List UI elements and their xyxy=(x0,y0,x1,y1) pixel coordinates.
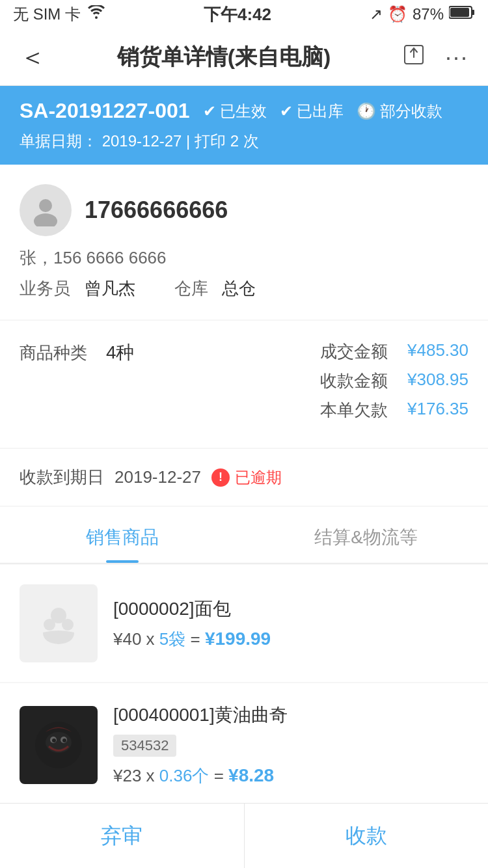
warehouse-value: 总仓 xyxy=(222,278,256,298)
product-thumbnail-2 xyxy=(20,706,98,784)
salesman-label: 业务员 xyxy=(20,278,70,298)
product-thumbnail-1 xyxy=(20,584,98,662)
more-button[interactable]: ··· xyxy=(445,44,468,71)
location-icon: ↗ xyxy=(370,5,383,23)
payment-button[interactable]: 收款 xyxy=(245,804,489,868)
due-date-value: 2019-12-27 xyxy=(115,467,201,487)
svg-point-13 xyxy=(52,739,56,742)
svg-point-8 xyxy=(62,619,74,631)
list-item: [0000002]面包 ¥40 x 5袋 = ¥199.99 xyxy=(0,565,488,682)
back-button[interactable]: ＜ xyxy=(20,39,46,75)
check-icon-1: ✔ xyxy=(203,102,216,120)
stats-right: 成交金额 ¥485.30 收款金额 ¥308.95 本单欠款 ¥176.35 xyxy=(320,340,468,428)
overdue-text: 已逾期 xyxy=(235,467,282,488)
bottom-bar: 弃审 收款 xyxy=(0,803,488,868)
tab-sales-products[interactable]: 销售商品 xyxy=(0,507,244,563)
warehouse-label: 仓库 xyxy=(174,278,208,298)
status-time: 下午4:42 xyxy=(204,3,271,26)
svg-rect-2 xyxy=(450,8,469,17)
avatar xyxy=(20,184,72,236)
cancel-review-button[interactable]: 弃审 xyxy=(0,804,245,868)
stats-section: 商品种类 4种 成交金额 ¥485.30 收款金额 ¥308.95 本单欠款 ¥… xyxy=(0,321,488,448)
order-date: 单据日期： 2019-12-27 | 打印 2 次 xyxy=(20,131,468,152)
product-price-1: ¥40 x 5袋 = ¥199.99 xyxy=(113,628,468,651)
order-header: SA-20191227-001 ✔ 已生效 ✔ 已出库 🕐 部分收款 单据日期：… xyxy=(0,86,488,165)
export-button[interactable] xyxy=(402,43,426,72)
amount-label: 成交金额 xyxy=(320,340,388,363)
tab-settlement[interactable]: 结算&物流等 xyxy=(244,507,488,563)
product-name-2: [000400001]黄油曲奇 xyxy=(113,703,468,727)
customer-meta: 业务员 曾凡杰 仓库 总仓 xyxy=(20,277,468,300)
debt-value: ¥176.35 xyxy=(407,399,468,422)
svg-point-5 xyxy=(34,213,57,226)
product-info-1: [0000002]面包 ¥40 x 5袋 = ¥199.99 xyxy=(113,597,468,651)
page-title: 销货单详情(来自电脑) xyxy=(117,42,331,72)
nav-bar: ＜ 销货单详情(来自电脑) ··· xyxy=(0,29,488,86)
svg-rect-1 xyxy=(472,10,474,15)
check-icon-2: ✔ xyxy=(280,102,293,120)
customer-section: 17666666666 张，156 6666 6666 业务员 曾凡杰 仓库 总… xyxy=(0,165,488,319)
category-count: 4种 xyxy=(106,342,135,362)
received-value: ¥308.95 xyxy=(407,370,468,392)
alarm-icon: ⏰ xyxy=(388,5,407,23)
carrier-text: 无 SIM 卡 xyxy=(13,4,81,25)
battery-icon xyxy=(449,5,475,23)
status-bar: 无 SIM 卡 下午4:42 ↗ ⏰ 87% xyxy=(0,0,488,29)
category-label: 商品种类 xyxy=(20,343,87,362)
order-id: SA-20191227-001 xyxy=(20,99,190,123)
status-right: ↗ ⏰ 87% xyxy=(370,5,475,23)
product-name-1: [0000002]面包 xyxy=(113,597,468,621)
status-badge-1: ✔ 已生效 xyxy=(203,101,267,122)
due-section: 收款到期日 2019-12-27 ! 已逾期 xyxy=(0,449,488,506)
clock-icon: 🕐 xyxy=(357,102,376,120)
received-label: 收款金额 xyxy=(320,370,388,392)
status-badge-2: ✔ 已出库 xyxy=(280,101,344,122)
overdue-badge: ! 已逾期 xyxy=(211,467,282,488)
svg-point-7 xyxy=(44,619,55,631)
status-badge-3: 🕐 部分收款 xyxy=(357,101,442,122)
product-list: [0000002]面包 ¥40 x 5袋 = ¥199.99 [00040000… xyxy=(0,565,488,807)
product-sku: 534532 xyxy=(113,735,176,757)
amount-value: ¥485.30 xyxy=(407,340,468,363)
salesman-value: 曾凡杰 xyxy=(85,278,135,298)
debt-label: 本单欠款 xyxy=(320,399,388,422)
customer-phone: 17666666666 xyxy=(85,197,228,224)
battery-text: 87% xyxy=(413,5,444,23)
stats-left: 商品种类 4种 xyxy=(20,340,134,370)
svg-point-14 xyxy=(62,739,66,742)
customer-name-phone: 张，156 6666 6666 xyxy=(20,247,468,269)
svg-point-4 xyxy=(39,199,52,212)
tabs-section: 销售商品 结算&物流等 xyxy=(0,507,488,563)
due-date-label: 收款到期日 xyxy=(20,466,104,489)
list-item: [000400001]黄油曲奇 534532 ¥23 x 0.36个 = ¥8.… xyxy=(0,683,488,807)
wifi-icon xyxy=(87,5,105,23)
status-left: 无 SIM 卡 xyxy=(13,4,105,25)
nav-icons: ··· xyxy=(402,43,468,72)
overdue-icon: ! xyxy=(211,468,230,487)
product-info-2: [000400001]黄油曲奇 534532 ¥23 x 0.36个 = ¥8.… xyxy=(113,703,468,787)
product-price-2: ¥23 x 0.36个 = ¥8.28 xyxy=(113,765,468,787)
